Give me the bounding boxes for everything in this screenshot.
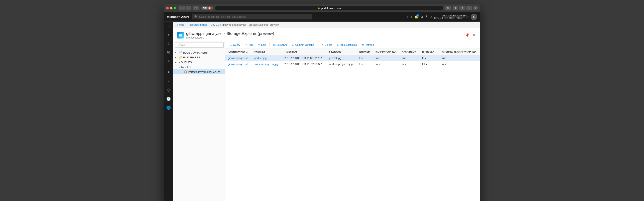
header-icons: ⬚ ⬆ 🔔 5 ⚙ ? ☺ stuartleaveruk@gmail.c... … (405, 14, 477, 20)
col-ispresent[interactable]: ISPRESENT (420, 49, 439, 55)
fullscreen-button[interactable]: ⬚ (466, 6, 472, 11)
col-rowkey[interactable]: ROWKEY (252, 49, 282, 55)
panel-subtitle: Storage account (186, 36, 274, 39)
download-button[interactable]: ⬇ (453, 6, 458, 11)
col-hasribbon[interactable]: HASRIBBON (399, 49, 420, 55)
select-all-button[interactable]: ☑ Select All (271, 42, 289, 47)
extension-badge: 1 (208, 7, 211, 10)
minimize-button[interactable] (170, 7, 172, 10)
feedback-icon[interactable]: ☺ (429, 15, 432, 19)
tables-label: TABLES (181, 66, 224, 69)
sidebar-item-kubernetes[interactable]: ⬡ (164, 86, 172, 94)
tree-node-perfectgift[interactable]: ▶ 📋 PerfectGiftWrappingResults (173, 69, 225, 74)
tree-node-fileshares[interactable]: ▶ 📁 FILE SHARES (173, 55, 225, 60)
tree-search-input[interactable] (175, 43, 224, 48)
tree-panel: ▶ 📄 BLOB CONTAINERS ▶ 📁 FILE SHARES (173, 41, 226, 201)
sidebar-toggle-button[interactable]: ⊟ (193, 6, 199, 11)
sidebar-item-recent[interactable]: 🕐 (164, 95, 172, 103)
sidebar-item-resource-groups[interactable]: ● (164, 77, 172, 85)
column-options-label: Column Options (295, 43, 314, 46)
maximize-button[interactable] (174, 7, 176, 10)
col-timestamp[interactable]: TIMESTAMP (282, 49, 326, 55)
breadcrumb-day18[interactable]: Day-18 (210, 23, 219, 26)
new-tab-button[interactable]: + (473, 6, 478, 11)
queues-label: QUEUES (181, 61, 224, 64)
breadcrumb: Home › Resource groups › Day-18 › giftwr… (173, 22, 480, 28)
sidebar-item-favorites[interactable]: ★ (164, 68, 172, 76)
sidebar-item-dashboard[interactable]: ⊞ (164, 48, 172, 56)
forward-button[interactable]: › (186, 6, 191, 11)
notifications-icon[interactable]: 🔔 5 (414, 15, 418, 19)
col-partitionkey[interactable]: PARTITIONKEY (226, 49, 252, 55)
sidebar-item-all-services[interactable]: ≡ (164, 57, 172, 65)
cloud-shell-icon[interactable]: ⬚ (405, 15, 408, 19)
cell-isboxed-2: true (357, 61, 373, 67)
column-options-button[interactable]: ⊞ Column Options (290, 42, 316, 47)
sidebar-item-create[interactable]: ＋ (164, 31, 172, 39)
tables-expand-icon: ▼ (175, 66, 178, 68)
col-isboxed[interactable]: ISBOXED (357, 49, 373, 55)
add-button[interactable]: ＋ Add (243, 42, 255, 47)
breadcrumb-resource-groups[interactable]: Resource groups (188, 23, 208, 26)
upload-icon[interactable]: ⬆ (410, 15, 412, 19)
sidebar-separator (166, 67, 172, 67)
queues-icon: ▪ (179, 61, 180, 64)
close-button[interactable] (166, 7, 169, 10)
reload-button[interactable]: ↻ (445, 6, 451, 11)
tree-node-blob[interactable]: ▶ 📄 BLOB CONTAINERS (173, 50, 225, 55)
cell-rowkey-2[interactable]: work-in-progress.jpg (252, 61, 282, 67)
user-avatar[interactable]: S (471, 14, 477, 20)
tree-node-tables[interactable]: ▼ ▪ TABLES (173, 65, 225, 69)
explorer-body: ▶ 📄 BLOB CONTAINERS ▶ 📁 FILE SHARES (173, 41, 480, 201)
cell-filename-1: perfect.jpg (326, 55, 357, 61)
table-statistics-button[interactable]: Σ Table Statistics (335, 42, 359, 47)
cell-hasribbon-2: false (399, 61, 420, 67)
status-bar: Showing 1 to 2 of 2 cached items (226, 199, 480, 201)
breadcrumb-home[interactable]: Home (177, 23, 184, 26)
main-content: >> ＋ ⌂ ⊞ ≡ ★ ● ⬡ 🕐 🌐 Home › Resource gro… (164, 22, 480, 201)
help-icon[interactable]: ? (425, 15, 427, 19)
close-panel-button[interactable]: ✕ (472, 32, 476, 38)
cell-isboxed-1: true (357, 55, 373, 61)
refresh-button[interactable]: ↻ Refresh (360, 42, 376, 47)
col-isperfectlygiftwrapped[interactable]: ISPERFECTLYGIFTWRAPPED (439, 49, 480, 55)
header-search[interactable]: 🔍 (192, 14, 312, 20)
cell-partitionkey-2[interactable]: giftwrappingresult (226, 61, 252, 67)
extension-button[interactable]: ABP 1 (201, 6, 213, 10)
cell-isgiftwrapped-2: false (373, 61, 399, 67)
cell-timestamp-1: 2019-12-18T18:53:19.8370173Z (282, 55, 326, 61)
pin-button[interactable]: 📌 (464, 32, 470, 38)
cell-partitionkey-1[interactable]: giftwrappingresult (226, 55, 252, 61)
tree-node-queues[interactable]: ▶ ▪ QUEUES (173, 60, 225, 65)
select-all-label: Select All (276, 43, 287, 46)
column-options-icon: ⊞ (292, 43, 294, 46)
azure-header: Microsoft Azure 🔍 ⬚ ⬆ 🔔 5 ⚙ ? ☺ stuartle… (164, 12, 480, 22)
sidebar-expand-icon[interactable]: >> (166, 24, 171, 29)
col-filename[interactable]: FILENAME (326, 49, 357, 55)
table-row[interactable]: giftwrappingresult work-in-progress.jpg … (226, 61, 480, 67)
cell-ispresent-1: true (420, 55, 439, 61)
navigation-buttons: ‹ › (179, 6, 191, 11)
storage-svg (178, 33, 182, 37)
lock-icon: 🔒 (318, 7, 320, 10)
sidebar-item-home[interactable]: ⌂ (164, 39, 172, 47)
sidebar-item-network[interactable]: 🌐 (164, 104, 172, 112)
panel-title: giftwrappinganalyser - Storage Explorer … (186, 31, 274, 36)
settings-icon[interactable]: ⚙ (420, 15, 423, 19)
edit-button[interactable]: ✎ Edit (256, 42, 268, 47)
back-button[interactable]: ‹ (179, 6, 185, 11)
cell-rowkey-1[interactable]: perfect.jpg (252, 55, 282, 61)
table-statistics-label: Table Statistics (340, 43, 357, 46)
panel-title-area: giftwrappinganalyser - Storage Explorer … (177, 31, 274, 39)
queues-expand-icon: ▶ (175, 61, 178, 63)
table-row[interactable]: giftwrappingresult perfect.jpg 2019-12-1… (226, 55, 480, 61)
share-button[interactable]: ⬆ (460, 6, 465, 11)
tables-icon: ▪ (179, 65, 180, 69)
azure-brand: Microsoft Azure (167, 15, 190, 19)
user-profile[interactable]: stuartleaveruk@gmail.c... DEFAULT DIRECT… (434, 14, 469, 19)
query-button[interactable]: ⊟ Query (228, 42, 242, 47)
col-isgiftwrapped[interactable]: ISGIFTWRAPPED (373, 49, 399, 55)
header-search-input[interactable] (199, 15, 310, 18)
delete-button[interactable]: ✕ Delete (320, 42, 334, 47)
cell-timestamp-2: 2019-12-18T18:53:19.7991904Z (282, 61, 326, 67)
